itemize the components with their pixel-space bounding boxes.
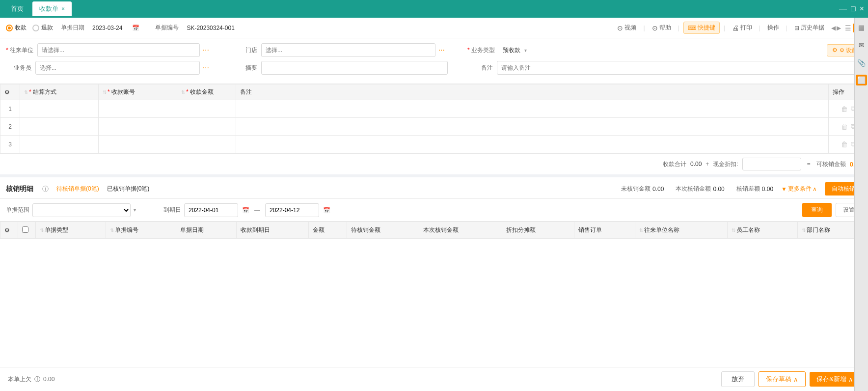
current-value: 0.00	[43, 376, 54, 383]
hexiao-info-icon[interactable]: ⓘ	[42, 185, 49, 194]
row1-amount-input[interactable]	[177, 100, 236, 117]
th-bill-no: ⇅单据编号	[106, 222, 176, 239]
table-section: ⚙ ⇅ 结算方式 ⇅ 收款账号	[0, 84, 868, 153]
remark-input[interactable]	[497, 61, 862, 75]
diff-value: 0.00	[762, 186, 773, 193]
th-bill-date: 单据日期	[176, 222, 237, 239]
cal-to-icon[interactable]: 📅	[323, 207, 330, 214]
staff-input[interactable]	[35, 61, 200, 75]
row1-jiesuan-input[interactable]	[20, 100, 98, 117]
filter-range-select[interactable]	[32, 203, 131, 217]
filter-range-label: 单据范围	[6, 206, 29, 214]
store-input[interactable]	[261, 43, 435, 57]
select-all-checkbox[interactable]	[22, 226, 28, 233]
abandon-btn[interactable]: 放弃	[721, 371, 755, 387]
staff-dots[interactable]: ···	[200, 64, 212, 72]
sidebar-mail-icon[interactable]: ✉	[857, 39, 867, 51]
row1-beizhu-input[interactable]	[236, 100, 828, 117]
window-max-icon[interactable]: □	[851, 4, 856, 13]
row2-shoukuan-input[interactable]	[99, 118, 177, 135]
data-table: ⚙ ⇅ 结算方式 ⇅ 收款账号	[0, 84, 868, 153]
hexiao-title: 核销明细	[6, 185, 33, 194]
th-checkbox-bottom[interactable]	[18, 222, 36, 239]
filter-range-chevron[interactable]: ▾	[134, 207, 136, 213]
th-gear-bottom[interactable]: ⚙	[0, 222, 18, 239]
store-dots[interactable]: ···	[435, 46, 448, 54]
print-btn[interactable]: 🖨 打印	[729, 22, 755, 33]
row2-delete-icon[interactable]: 🗑	[841, 123, 848, 131]
settings-gear-icon: ⚙	[832, 47, 838, 54]
operate-btn[interactable]: 操作	[764, 22, 782, 33]
query-btn[interactable]: 查询	[802, 203, 832, 217]
th-counterparty-name: ⇅往来单位名称	[635, 222, 728, 239]
save-new-chevron[interactable]: ∧	[848, 376, 853, 383]
hexiao-done-tab[interactable]: 已核销单据(0笔)	[107, 185, 150, 193]
current-label: 本次核销金额	[676, 185, 711, 193]
summary-input[interactable]	[261, 61, 448, 75]
th-jiesuan: ⇅ 结算方式	[20, 84, 99, 100]
total-value: 0.00	[690, 161, 702, 168]
row3-beizhu-input[interactable]	[236, 136, 828, 153]
row3-delete-icon[interactable]: 🗑	[841, 140, 848, 148]
save-new-btn[interactable]: 保存&新增 ∧	[810, 372, 860, 387]
cal-from-icon[interactable]: 📅	[242, 207, 249, 214]
staff-group: 业务员 ···	[6, 61, 212, 75]
date-label: 单据日期	[61, 24, 84, 32]
calendar-icon[interactable]: 📅	[132, 25, 139, 31]
prev-arrow[interactable]: ◀	[831, 25, 836, 31]
window-min-icon[interactable]: —	[839, 4, 847, 13]
row3-jiesuan-input[interactable]	[20, 136, 98, 153]
uncleared-stat: 未核销金额 0.00	[621, 185, 664, 193]
row2-jiesuan-input[interactable]	[20, 118, 98, 135]
tab-home[interactable]: 首页	[4, 1, 30, 16]
right-sidebar: ▦ ✉ 📎 ⬜	[854, 18, 868, 391]
hexiao-pending-tab[interactable]: 待核销单据(0笔)	[56, 185, 99, 193]
save-draft-chevron[interactable]: ∧	[793, 376, 798, 383]
biztype-chevron[interactable]: ▾	[524, 48, 527, 53]
form-header: 收款 退款 单据日期 2023-03-24 📅 单据编号 SK-20230324…	[0, 18, 868, 38]
th-gear[interactable]: ⚙	[0, 84, 20, 100]
radio-shoukuan[interactable]: 收款	[6, 24, 27, 32]
diff-label: 核销差额	[736, 185, 760, 193]
hexiao-pending-label: 待核销单据(0笔)	[56, 185, 99, 193]
tab-close-icon[interactable]: ×	[61, 5, 65, 12]
due-date-from-input[interactable]	[184, 203, 238, 217]
discount-input[interactable]	[742, 158, 801, 170]
table-row: 1 🗑 ⧉	[0, 100, 868, 118]
footer-info-icon[interactable]: ⓘ	[34, 375, 40, 384]
next-arrow[interactable]: ▶	[837, 25, 841, 31]
help-btn[interactable]: ⊙ 帮助	[649, 22, 674, 33]
th-shoukuan-amount: ⇅ 收款金额	[177, 84, 236, 100]
video-btn[interactable]: ⊙ 视频	[614, 22, 639, 33]
sidebar-camera-icon[interactable]: ⬜	[856, 75, 867, 85]
window-close-icon[interactable]: ×	[860, 4, 864, 13]
sidebar-table-icon[interactable]: ▦	[856, 22, 867, 33]
tab-bar-right: — □ ×	[839, 4, 864, 13]
th-due-date: 收款到期日	[237, 222, 309, 239]
save-draft-btn[interactable]: 保存草稿 ∧	[759, 371, 806, 387]
diff-stat: 核销差额 0.00	[736, 185, 773, 193]
row3-amount-input[interactable]	[177, 136, 236, 153]
counterparty-label: 往来单位	[6, 46, 37, 55]
biztype-select-wrapper: 预收款 ▾	[499, 46, 827, 55]
current-stat: 本次核销金额 0.00	[676, 185, 724, 193]
row1-delete-icon[interactable]: 🗑	[841, 105, 848, 113]
list-view-icon[interactable]: ☰	[845, 24, 851, 32]
toolbar-right: ⊙ 视频 | ⊙ 帮助 | ⌨ 快捷键 | 🖨 打印 | 操作 |	[614, 22, 862, 34]
history-btn[interactable]: ⊟ 历史单据	[791, 22, 827, 33]
row2-beizhu-input[interactable]	[236, 118, 828, 135]
tab-active[interactable]: 收款单 ×	[32, 1, 72, 16]
shortcut-btn[interactable]: ⌨ 快捷键	[683, 22, 720, 34]
row2-amount-input[interactable]	[177, 118, 236, 135]
biztype-group: 业务类型 预收款 ▾ ⚙ ⚙ 设置	[467, 44, 862, 56]
sidebar-clip-icon[interactable]: 📎	[855, 57, 868, 69]
row3-shoukuan-input[interactable]	[99, 136, 177, 153]
radio-tuikuan[interactable]: 退款	[32, 24, 53, 32]
more-conditions-btn[interactable]: ▼ 更多条件 ∧	[781, 185, 817, 193]
th-sales-order: 销售订单	[574, 222, 635, 239]
row1-shoukuan-input[interactable]	[99, 100, 177, 117]
radio-group: 收款 退款	[6, 24, 53, 32]
counterparty-dots[interactable]: ···	[200, 46, 212, 54]
due-date-to-input[interactable]	[265, 203, 319, 217]
counterparty-input[interactable]	[37, 43, 200, 57]
